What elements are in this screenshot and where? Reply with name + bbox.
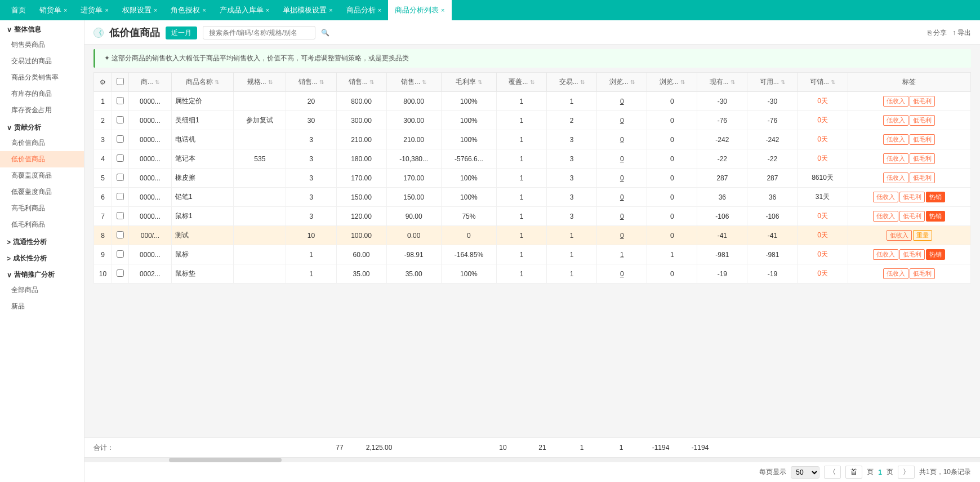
col-sellable[interactable]: 可销... ⇅: [798, 73, 848, 92]
row-view1[interactable]: 0: [597, 130, 647, 149]
nav-permission-close[interactable]: ×: [154, 7, 157, 14]
row-view1[interactable]: 0: [597, 111, 647, 130]
row-view1[interactable]: 0: [597, 207, 647, 226]
sidebar-group-contribution[interactable]: ∨ 贡献分析: [0, 118, 84, 135]
col-spec[interactable]: 规格... ⇅: [234, 73, 286, 92]
view-link[interactable]: 1: [620, 251, 624, 259]
col-sales3[interactable]: 销售... ⇅: [386, 73, 441, 92]
prev-page-btn[interactable]: 首: [845, 466, 862, 479]
nav-home[interactable]: 首页: [5, 0, 33, 20]
horizontal-scrollbar[interactable]: [84, 458, 980, 462]
sidebar-item-all-products[interactable]: 全部商品: [0, 282, 84, 298]
period-button[interactable]: 近一月: [166, 26, 197, 39]
search-input[interactable]: [203, 26, 315, 39]
view-link[interactable]: 0: [620, 213, 624, 220]
col-margin[interactable]: 毛利率 ⇅: [441, 73, 496, 92]
sidebar-item-low-margin[interactable]: 低毛利商品: [0, 216, 84, 233]
select-all-checkbox[interactable]: [117, 78, 124, 85]
view-link[interactable]: 0: [620, 98, 624, 105]
col-sales1[interactable]: 销售... ⇅: [286, 73, 336, 92]
row-view1[interactable]: 0: [597, 226, 647, 245]
row-view1[interactable]: 0: [597, 149, 647, 169]
row-checkbox-cell[interactable]: [112, 264, 129, 284]
row-view1[interactable]: 0: [597, 92, 647, 111]
view-link[interactable]: 0: [620, 193, 624, 201]
sidebar-item-inventory-capital[interactable]: 库存资金占用: [0, 102, 84, 118]
row-checkbox-cell[interactable]: [112, 111, 129, 130]
scrollbar-thumb[interactable]: [169, 458, 282, 462]
col-settings[interactable]: ⚙: [94, 73, 112, 92]
col-coverage[interactable]: 覆盖... ⇅: [497, 73, 547, 92]
sidebar-item-category-rate[interactable]: 商品分类销售率: [0, 69, 84, 86]
row-checkbox[interactable]: [117, 174, 124, 181]
view-link[interactable]: 0: [620, 136, 624, 144]
col-current-stock[interactable]: 现有... ⇅: [697, 73, 747, 92]
col-trade[interactable]: 交易... ⇅: [547, 73, 597, 92]
row-checkbox[interactable]: [117, 269, 124, 277]
row-checkbox-cell[interactable]: [112, 149, 129, 169]
sidebar-group-marketing[interactable]: ∨ 营销推广分析: [0, 266, 84, 282]
export-button[interactable]: ↑ 导出: [952, 28, 971, 38]
share-button[interactable]: ⎘ 分享: [928, 28, 947, 38]
per-page-select[interactable]: 50 100 200: [791, 466, 819, 479]
row-checkbox[interactable]: [117, 154, 124, 162]
col-tags[interactable]: 标签: [848, 73, 970, 92]
nav-purchase-close[interactable]: ×: [105, 7, 108, 14]
nav-sales[interactable]: 销货单 ×: [33, 0, 74, 20]
nav-role[interactable]: 角色授权 ×: [164, 0, 212, 20]
row-view1[interactable]: 0: [597, 169, 647, 188]
row-checkbox-cell[interactable]: [112, 130, 129, 149]
row-checkbox[interactable]: [117, 116, 124, 123]
search-icon[interactable]: 🔍: [321, 29, 329, 37]
nav-product-analysis-close[interactable]: ×: [378, 7, 381, 14]
row-view1[interactable]: 0: [597, 264, 647, 284]
sidebar-item-high-value[interactable]: 高价值商品: [0, 135, 84, 151]
nav-purchase[interactable]: 进货单 ×: [74, 0, 115, 20]
row-checkbox-cell[interactable]: [112, 226, 129, 245]
nav-template[interactable]: 单据模板设置 ×: [276, 0, 339, 20]
row-checkbox[interactable]: [117, 231, 124, 238]
col-available[interactable]: 可用... ⇅: [747, 73, 798, 92]
view-link[interactable]: 0: [620, 270, 624, 278]
col-view2[interactable]: 浏览... ⇅: [647, 73, 697, 92]
table-container[interactable]: ⚙ 商... ⇅ 商品名称 ⇅ 规格... ⇅ 销售... ⇅ 销售... ⇅ …: [84, 68, 980, 437]
sidebar-group-growth[interactable]: > 成长性分析: [0, 249, 84, 266]
first-page-btn[interactable]: 〈: [824, 466, 841, 479]
nav-sales-close[interactable]: ×: [64, 7, 67, 14]
view-link[interactable]: 0: [620, 174, 624, 182]
col-sales2[interactable]: 销售... ⇅: [336, 73, 386, 92]
row-checkbox[interactable]: [117, 135, 124, 143]
col-view1[interactable]: 浏览... ⇅: [597, 73, 647, 92]
row-checkbox[interactable]: [117, 193, 124, 200]
sidebar-collapse-btn[interactable]: 《: [93, 28, 104, 38]
sidebar-item-low-coverage[interactable]: 低覆盖度商品: [0, 184, 84, 200]
row-checkbox[interactable]: [117, 212, 124, 219]
sidebar-item-high-margin[interactable]: 高毛利商品: [0, 200, 84, 216]
view-link[interactable]: 0: [620, 232, 624, 240]
view-link[interactable]: 0: [620, 155, 624, 163]
row-checkbox-cell[interactable]: [112, 245, 129, 264]
sidebar-group-circulation[interactable]: > 流通性分析: [0, 233, 84, 249]
sidebar-item-traded[interactable]: 交易过的商品: [0, 53, 84, 69]
row-checkbox[interactable]: [117, 97, 124, 104]
sidebar-item-in-stock[interactable]: 有库存的商品: [0, 86, 84, 102]
nav-product-analysis[interactable]: 商品分析 ×: [340, 0, 388, 20]
nav-role-close[interactable]: ×: [202, 7, 206, 14]
nav-permission[interactable]: 权限设置 ×: [115, 0, 164, 20]
row-checkbox-cell[interactable]: [112, 188, 129, 207]
col-code[interactable]: 商... ⇅: [129, 73, 172, 92]
row-checkbox-cell[interactable]: [112, 207, 129, 226]
nav-product-analysis-list[interactable]: 商品分析列表 ×: [388, 0, 451, 20]
row-view1[interactable]: 0: [597, 188, 647, 207]
sidebar-item-new-products[interactable]: 新品: [0, 298, 84, 315]
next-page-btn[interactable]: 〉: [898, 466, 915, 479]
sidebar-item-low-value[interactable]: 低价值商品: [0, 151, 84, 167]
nav-product-inbound-close[interactable]: ×: [266, 7, 269, 14]
view-link[interactable]: 0: [620, 117, 624, 125]
row-checkbox-cell[interactable]: [112, 92, 129, 111]
nav-product-inbound[interactable]: 产成品入库单 ×: [213, 0, 276, 20]
nav-template-close[interactable]: ×: [329, 7, 332, 14]
row-checkbox-cell[interactable]: [112, 169, 129, 188]
row-view1[interactable]: 1: [597, 245, 647, 264]
row-checkbox[interactable]: [117, 250, 124, 258]
